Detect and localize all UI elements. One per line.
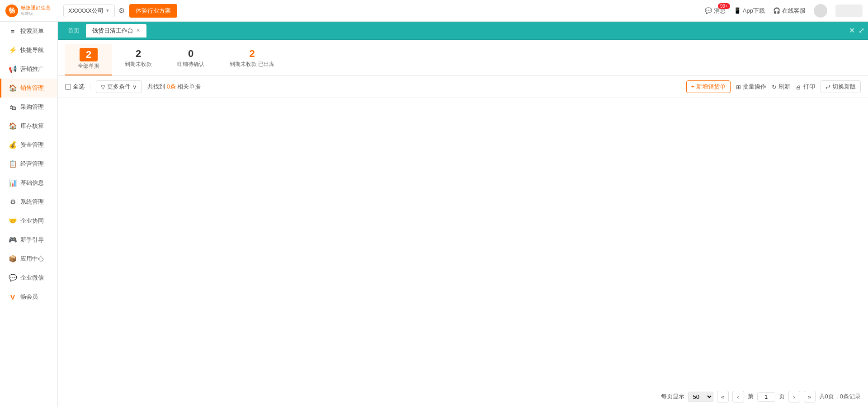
page-number-input[interactable] <box>757 392 775 402</box>
sidebar-item-app-center[interactable]: 📦 应用中心 <box>0 249 57 268</box>
sidebar-item-guide[interactable]: 🎮 新手引导 <box>0 230 57 249</box>
sidebar-item-marketing[interactable]: 📢 营销推广 <box>0 60 57 79</box>
trial-button[interactable]: 体验行业方案 <box>129 4 177 18</box>
stat-tab-shipped[interactable]: 2 到期未收款 已出库 <box>217 44 287 75</box>
select-all-label: 全选 <box>73 83 85 91</box>
sidebar-label-vip: 畅会员 <box>20 293 38 301</box>
avatar[interactable] <box>814 4 827 18</box>
tab-home[interactable]: 首页 <box>61 24 86 37</box>
inventory-icon: 🏠 <box>9 122 17 130</box>
app-icon: 📱 <box>734 7 741 14</box>
batch-operation-button[interactable]: ⊞ 批量操作 <box>736 83 766 91</box>
sidebar-label-cooperation: 企业协同 <box>20 217 44 225</box>
select-all-input[interactable] <box>65 84 71 90</box>
logo-icon: 畅 <box>5 5 18 17</box>
sidebar: ≡ 搜索菜单 ⚡ 快捷导航 📢 营销推广 🏠 销售管理 🛍 采购管理 🏠 库存核… <box>0 22 58 407</box>
base-info-icon: 📊 <box>9 179 17 187</box>
sidebar-item-search-menu[interactable]: ≡ 搜索菜单 <box>0 22 57 41</box>
user-name-placeholder <box>835 5 863 17</box>
tab-bar-actions: ✕ ⤢ <box>849 26 864 35</box>
stat-tab-pending[interactable]: 0 旺铺待确认 <box>165 44 217 75</box>
sidebar-item-system[interactable]: ⚙ 系统管理 <box>0 192 57 211</box>
sidebar-item-finance[interactable]: 💰 资金管理 <box>0 136 57 154</box>
page-suffix: 页 <box>779 393 785 401</box>
sidebar-item-cooperation[interactable]: 🤝 企业协同 <box>0 211 57 230</box>
select-all-checkbox[interactable]: 全选 <box>65 83 85 91</box>
stat-label-shipped: 到期未收款 已出库 <box>230 61 274 68</box>
filter-button[interactable]: ▽ 更多条件 ∨ <box>96 80 142 93</box>
top-right-area: 💬 消息 99+ 📱 App下载 🎧 在线客服 <box>705 4 863 18</box>
sidebar-label-purchase: 采购管理 <box>20 103 44 111</box>
sidebar-label-finance: 资金管理 <box>20 141 44 149</box>
sidebar-label-operations: 经营管理 <box>20 160 44 168</box>
next-page-button[interactable]: › <box>788 391 800 402</box>
print-button[interactable]: 🖨 打印 <box>796 83 815 91</box>
sidebar-item-base-info[interactable]: 📊 基础信息 <box>0 173 57 192</box>
sidebar-label-base-info: 基础信息 <box>20 179 44 187</box>
company-name: XXXXXX公司 <box>68 7 104 15</box>
wechat-icon: 💬 <box>9 274 17 282</box>
settings-icon[interactable]: ⚙ <box>118 6 125 15</box>
refresh-label: 刷新 <box>778 83 790 91</box>
page-label: 第 <box>748 393 754 401</box>
company-selector[interactable]: XXXXXX公司 ▼ <box>63 5 115 17</box>
stat-tab-all[interactable]: 2 全部单据 <box>65 44 112 75</box>
sidebar-item-purchase[interactable]: 🛍 采购管理 <box>0 98 57 117</box>
prev-page-button[interactable]: ‹ <box>732 391 744 402</box>
stat-tab-overdue[interactable]: 2 到期未收款 <box>112 44 165 75</box>
tab-close-all-icon[interactable]: ✕ <box>849 26 855 35</box>
sales-icon: 🏠 <box>9 84 17 92</box>
marketing-icon: 📢 <box>9 65 17 73</box>
switch-version-button[interactable]: ⇄ 切换新版 <box>821 80 861 93</box>
sidebar-item-quick-nav[interactable]: ⚡ 快捷导航 <box>0 41 57 60</box>
last-page-button[interactable]: » <box>804 391 816 402</box>
print-label: 打印 <box>803 83 815 91</box>
sidebar-item-sales[interactable]: 🏠 销售管理 <box>0 79 57 98</box>
sidebar-item-vip[interactable]: V 畅会员 <box>0 287 57 306</box>
total-records-label: 共0页，0条记录 <box>819 393 861 401</box>
switch-label: 切换新版 <box>832 83 856 91</box>
toolbar-right: + 新增销货单 ⊞ 批量操作 ↻ 刷新 🖨 打印 ⇄ 切换新版 <box>686 80 861 93</box>
batch-icon: ⊞ <box>736 84 741 90</box>
refresh-button[interactable]: ↻ 刷新 <box>772 83 790 91</box>
switch-icon: ⇄ <box>826 84 830 90</box>
app-download-button[interactable]: 📱 App下载 <box>734 7 765 15</box>
stat-count-shipped: 2 <box>250 48 255 60</box>
search-menu-icon: ≡ <box>9 28 17 35</box>
page-size-select[interactable]: 50 10 20 100 <box>688 392 713 402</box>
batch-label: 批量操作 <box>743 83 766 91</box>
sidebar-label-inventory: 库存核算 <box>20 122 44 130</box>
finance-icon: 💰 <box>9 141 17 149</box>
message-icon: 💬 <box>705 7 712 14</box>
sidebar-label-wechat: 企业微信 <box>20 274 44 282</box>
tab-home-label: 首页 <box>68 27 80 35</box>
online-service-button[interactable]: 🎧 在线客服 <box>773 7 806 15</box>
sidebar-label-sales: 销售管理 <box>20 84 44 92</box>
tab-expand-icon[interactable]: ⤢ <box>859 26 864 35</box>
sidebar-item-operations[interactable]: 📋 经营管理 <box>0 154 57 173</box>
tab-close-icon[interactable]: ✕ <box>136 28 140 33</box>
found-text: 共找到 0条 相关单据 <box>147 83 201 91</box>
add-sales-button[interactable]: + 新增销货单 <box>686 80 731 93</box>
empty-content-area <box>58 98 868 386</box>
filter-chevron-icon: ∨ <box>132 84 137 90</box>
stat-count-pending: 0 <box>188 48 193 60</box>
message-button[interactable]: 💬 消息 99+ <box>705 7 726 15</box>
operations-icon: 📋 <box>9 160 17 168</box>
logo-text: 畅捷通好生意 标准版 <box>21 5 51 17</box>
stat-label-all: 全部单据 <box>78 62 99 70</box>
service-label: 在线客服 <box>782 7 806 15</box>
sidebar-label-guide: 新手引导 <box>20 236 44 244</box>
toolbar-divider <box>90 83 90 90</box>
toolbar: 全选 ▽ 更多条件 ∨ 共找到 0条 相关单据 + 新增销货单 ⊞ 批量操作 ↻… <box>58 76 868 98</box>
tab-workbench[interactable]: 钱货日清工作台 ✕ <box>86 24 146 37</box>
sidebar-item-inventory[interactable]: 🏠 库存核算 <box>0 117 57 136</box>
sidebar-item-wechat[interactable]: 💬 企业微信 <box>0 268 57 287</box>
sidebar-label-quick-nav: 快捷导航 <box>20 46 44 54</box>
first-page-button[interactable]: « <box>717 391 729 402</box>
tab-bar: 首页 钱货日清工作台 ✕ ✕ ⤢ <box>58 22 868 40</box>
app-label: App下载 <box>743 7 765 15</box>
stat-count-all: 2 <box>80 48 98 61</box>
filter-icon: ▽ <box>101 84 105 90</box>
quick-nav-icon: ⚡ <box>9 46 17 54</box>
